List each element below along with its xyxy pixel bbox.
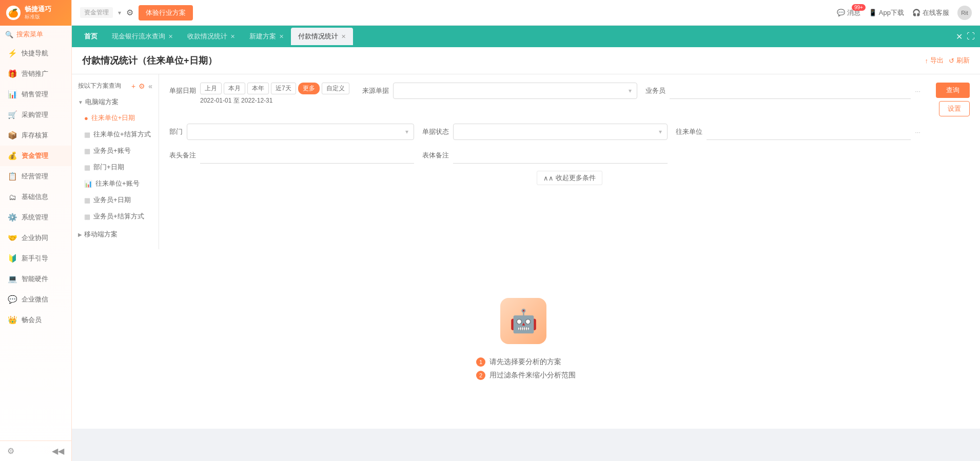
staff-date-icon: ▦ <box>84 196 90 204</box>
refresh-icon: ↺ <box>949 57 954 65</box>
scheme-header: 按以下方案查询 + ⚙ « <box>72 79 159 94</box>
sidebar-item-guide[interactable]: 🔰 新手引导 <box>0 248 71 269</box>
empty-tip-1: 1 请先选择要分析的方案 <box>476 357 576 367</box>
sidebar-item-wechat[interactable]: 💬 企业微信 <box>0 289 71 310</box>
body-note-label: 表体备注 <box>422 151 449 160</box>
date-more[interactable]: 更多 <box>298 83 320 94</box>
tab-bank[interactable]: 现金银行流水查询 ✕ <box>105 28 180 45</box>
sidebar-item-marketing[interactable]: 🎁 营销推广 <box>0 64 71 84</box>
sidebar-logo: 🍊 畅捷通巧 标准版 <box>0 0 71 26</box>
scheme-item-staff-settle[interactable]: ▦ 业务员+结算方式 <box>72 208 159 225</box>
tab-new-scheme[interactable]: 新建方案 ✕ <box>242 28 291 45</box>
topbar-left: 资金管理 ▾ ⚙ 体验行业方案 <box>80 5 193 21</box>
filter-main: 单据日期 上月 本月 本年 近7天 更多 自定义 2022-01-01 至 20… <box>159 74 980 249</box>
header-note-label: 表头备注 <box>169 151 196 160</box>
purchase-icon: 🛒 <box>7 110 17 120</box>
collapse-bar: ∧∧ 收起更多条件 <box>169 171 970 185</box>
sidebar-settings-icon[interactable]: ⚙ <box>7 446 14 456</box>
date-7days[interactable]: 近7天 <box>271 83 296 94</box>
tab-bank-close[interactable]: ✕ <box>168 33 173 40</box>
sidebar-item-hardware[interactable]: 💻 智能硬件 <box>0 269 71 289</box>
topbar-settings-icon[interactable]: ⚙ <box>126 8 133 17</box>
scheme-item-unit-settle[interactable]: ▦ 往来单位+结算方式 <box>72 126 159 143</box>
topbar-right: 💬 消息 99+ 📱 App下载 🎧 在线客服 Rit <box>837 6 972 20</box>
staff-input[interactable] <box>670 84 911 97</box>
export-button[interactable]: ↑ 导出 <box>925 56 944 65</box>
query-button[interactable]: 查询 <box>936 83 970 98</box>
tab-new-scheme-close[interactable]: ✕ <box>279 33 284 40</box>
scheme-sidebar: 按以下方案查询 + ⚙ « ▼ 电脑端方案 ● 往来单位+日期 <box>72 74 159 249</box>
tab-payment[interactable]: 付款情况统计 ✕ <box>291 28 353 45</box>
partner-input[interactable] <box>707 125 911 138</box>
date-buttons: 上月 本月 本年 近7天 更多 自定义 <box>200 83 349 94</box>
user-avatar[interactable]: Rit <box>957 6 972 20</box>
tabs-close-all[interactable]: ✕ <box>956 32 963 42</box>
scheme-section-desktop-title[interactable]: ▼ 电脑端方案 <box>72 94 159 110</box>
scheme-item-staff-date[interactable]: ▦ 业务员+日期 <box>72 192 159 208</box>
sidebar-item-purchase[interactable]: 🛒 采购管理 <box>0 105 71 125</box>
sidebar-collapse-icon[interactable]: ◀◀ <box>52 446 64 456</box>
source-select[interactable]: ▾ <box>393 83 637 99</box>
date-this-year[interactable]: 本年 <box>247 83 269 94</box>
sidebar-nav: ⚡ 快捷导航 🎁 营销推广 📊 销售管理 🛒 采购管理 📦 库存核算 💰 资金管… <box>0 43 71 440</box>
sidebar-item-inventory[interactable]: 📦 库存核算 <box>0 125 71 146</box>
tab-receipt[interactable]: 收款情况统计 ✕ <box>180 28 242 45</box>
dept-select[interactable]: ▾ <box>187 124 414 140</box>
sidebar-item-sales[interactable]: 📊 销售管理 <box>0 84 71 105</box>
sidebar-item-operations[interactable]: 📋 经营管理 <box>0 166 71 187</box>
online-service-button[interactable]: 🎧 在线客服 <box>912 8 949 17</box>
partner-label: 往来单位 <box>676 127 702 136</box>
dept-label: 部门 <box>169 127 183 136</box>
scheme-collapse-button[interactable]: « <box>148 82 152 90</box>
header-note-input[interactable] <box>200 147 414 160</box>
source-chevron-icon: ▾ <box>629 87 632 94</box>
wechat-icon: 💬 <box>7 294 17 305</box>
sidebar-item-member[interactable]: 👑 畅会员 <box>0 310 71 330</box>
tab-payment-close[interactable]: ✕ <box>341 33 346 40</box>
sidebar-item-quick-nav[interactable]: ⚡ 快捷导航 <box>0 43 71 64</box>
sidebar-item-finance[interactable]: 💰 资金管理 <box>0 146 71 166</box>
refresh-button[interactable]: ↺ 刷新 <box>949 56 970 65</box>
message-button[interactable]: 💬 消息 99+ <box>837 8 860 17</box>
search-menu[interactable]: 🔍 搜索菜单 <box>0 26 71 43</box>
date-last-month[interactable]: 上月 <box>200 83 222 94</box>
unit-date-icon: ● <box>84 114 88 122</box>
partner-input-wrapper <box>707 124 911 140</box>
collapse-conditions-button[interactable]: ∧∧ 收起更多条件 <box>537 171 602 185</box>
staff-ellipsis[interactable]: ··· <box>915 87 920 95</box>
date-this-month[interactable]: 本月 <box>224 83 245 94</box>
scheme-item-unit-account[interactable]: 📊 往来单位+账号 <box>72 175 159 192</box>
sidebar-item-basic[interactable]: 🗂 基础信息 <box>0 187 71 207</box>
scheme-settings-button[interactable]: ⚙ <box>139 82 145 90</box>
tabs-fullscreen[interactable]: ⛶ <box>967 32 975 42</box>
quick-nav-icon: ⚡ <box>7 48 17 58</box>
export-icon: ↑ <box>925 57 929 65</box>
message-badge: 99+ <box>852 4 866 11</box>
scheme-item-staff-account[interactable]: ▦ 业务员+账号 <box>72 143 159 159</box>
empty-state-container: 🤖 1 请先选择要分析的方案 2 用过滤条件来缩小分析范围 <box>72 249 980 429</box>
scheme-item-unit-date[interactable]: ● 往来单位+日期 <box>72 110 159 126</box>
search-icon: 🔍 <box>5 31 13 38</box>
sidebar-item-system[interactable]: ⚙️ 系统管理 <box>0 207 71 228</box>
doc-status-select[interactable]: ▾ <box>453 124 667 140</box>
hardware-icon: 💻 <box>7 274 17 284</box>
staff-label: 业务员 <box>645 86 665 95</box>
partner-ellipsis[interactable]: ··· <box>915 128 920 136</box>
filter-actions: 查询 设置 <box>929 83 970 116</box>
trial-button[interactable]: 体验行业方案 <box>139 5 193 21</box>
scheme-item-dept-date[interactable]: ▦ 部门+日期 <box>72 159 159 175</box>
sidebar-item-enterprise[interactable]: 🤝 企业协同 <box>0 228 71 248</box>
mobile-arrow-icon: ▶ <box>78 232 82 237</box>
sidebar-bottom: ⚙ ◀◀ <box>0 440 71 461</box>
settings-button[interactable]: 设置 <box>939 101 970 116</box>
body-note-input[interactable] <box>453 147 667 160</box>
tab-receipt-close[interactable]: ✕ <box>230 33 235 40</box>
topbar: 资金管理 ▾ ⚙ 体验行业方案 💬 消息 99+ 📱 App下载 🎧 在线客服 … <box>72 0 980 26</box>
scheme-add-button[interactable]: + <box>131 82 135 90</box>
sales-icon: 📊 <box>7 89 17 99</box>
scheme-section-mobile-title[interactable]: ▶ 移动端方案 <box>72 227 159 242</box>
date-custom[interactable]: 自定义 <box>322 83 349 94</box>
tab-home[interactable]: 首页 <box>77 28 105 45</box>
app-download-button[interactable]: 📱 App下载 <box>869 8 904 17</box>
source-label: 来源单据 <box>362 86 389 95</box>
